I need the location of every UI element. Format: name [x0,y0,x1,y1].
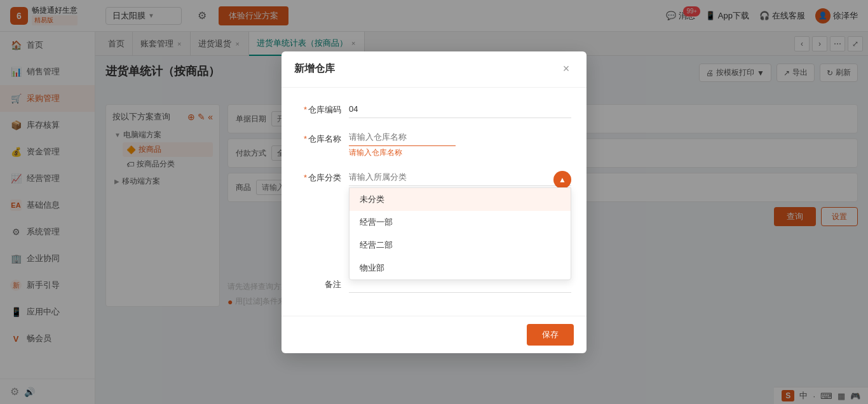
dropdown-item-property[interactable]: 物业部 [349,257,571,279]
modal-footer: 保存 [281,316,587,353]
code-input[interactable] [349,100,571,118]
modal-close-button[interactable]: × [559,62,574,77]
code-field-row: *仓库编码 [297,100,571,118]
dropdown-item-ops1[interactable]: 经营一部 [349,211,571,234]
category-input[interactable] [349,168,571,186]
name-label: *仓库名称 [297,130,341,145]
modal-header: 新增仓库 × [281,51,587,88]
modal-body: *仓库编码 *仓库名称 请输入仓库名称 *仓库分类 [281,88,587,316]
code-label: *仓库编码 [297,100,341,116]
category-dropdown: 未分类 经营一部 经营二部 物业部 [349,187,571,280]
notes-label: 备注 [297,275,341,290]
save-button[interactable]: 保存 [527,324,574,346]
category-field-row: *仓库分类 ▲ 未分类 经营一部 经营二部 物业部 [297,168,571,186]
name-field-row: *仓库名称 请输入仓库名称 [297,128,571,158]
dropdown-item-ops2[interactable]: 经营二部 [349,234,571,257]
category-toggle-button[interactable]: ▲ [553,171,571,189]
dropdown-item-none[interactable]: 未分类 [349,188,571,211]
name-error-message: 请输入仓库名称 [349,148,402,157]
new-warehouse-modal: 新增仓库 × *仓库编码 *仓库名称 请输入仓库名称 [281,51,587,353]
name-input[interactable] [349,128,456,146]
modal-title: 新增仓库 [294,62,335,76]
modal-overlay: 新增仓库 × *仓库编码 *仓库名称 请输入仓库名称 [0,0,868,404]
category-wrapper: ▲ [349,168,571,186]
category-label: *仓库分类 [297,168,341,184]
